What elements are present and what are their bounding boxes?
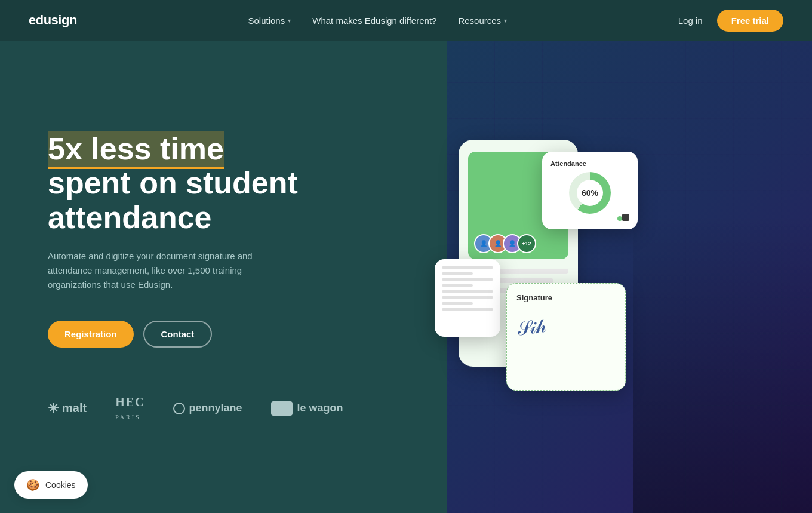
- avatars-group: 👤 👤 👤 +12: [474, 234, 536, 253]
- doc-line-5: [442, 290, 493, 293]
- avatars-more: +12: [517, 234, 536, 253]
- attendance-card: Attendance 60%: [542, 152, 638, 229]
- headline-line1: 5x less time: [48, 131, 224, 169]
- logos-strip: ✳ malt HECPARIS pennylane le wagon: [48, 395, 411, 422]
- attendance-percent: 60%: [582, 188, 598, 198]
- signature-label: Signature: [516, 293, 616, 302]
- malt-asterisk-icon: ✳: [48, 401, 59, 416]
- hero-cards: 👤 👤 👤 +12 Attendance 60%: [411, 128, 662, 426]
- doc-lines: [442, 266, 493, 311]
- doc-line-3: [442, 278, 493, 281]
- attendance-indicator: [622, 214, 629, 221]
- hec-logo: HECPARIS: [115, 395, 144, 422]
- doc-line-7: [442, 302, 473, 305]
- attendance-title: Attendance: [550, 160, 629, 167]
- lewagon-logo: le wagon: [271, 401, 343, 416]
- nav-right: Log in Free trial: [678, 10, 783, 32]
- lewagon-icon: [271, 401, 293, 416]
- chevron-down-icon: ▾: [504, 17, 507, 24]
- hero-section: 5x less time spent on student attendance…: [0, 0, 812, 513]
- doc-line-2: [442, 272, 473, 275]
- attendance-chart: 60%: [569, 172, 611, 214]
- doc-line-1: [442, 266, 493, 269]
- nav-different[interactable]: What makes Edusign different?: [312, 16, 436, 26]
- pennylane-icon: [173, 403, 185, 414]
- chevron-down-icon: ▾: [288, 17, 291, 24]
- login-link[interactable]: Log in: [678, 16, 703, 26]
- cookies-bar[interactable]: 🍪 Cookies: [14, 471, 88, 499]
- attendance-dot: [617, 216, 622, 221]
- hero-headline: 5x less time spent on student attendance: [48, 132, 411, 235]
- cookie-icon: 🍪: [26, 478, 39, 492]
- registration-button[interactable]: Registration: [48, 321, 134, 348]
- contact-button[interactable]: Contact: [143, 321, 213, 348]
- hero-buttons: Registration Contact: [48, 321, 411, 348]
- hero-left: 5x less time spent on student attendance…: [0, 41, 447, 513]
- free-trial-button[interactable]: Free trial: [717, 10, 783, 32]
- nav-solutions[interactable]: Solutions ▾: [248, 16, 291, 26]
- logo[interactable]: edusign: [29, 13, 77, 28]
- doc-line-4: [442, 284, 473, 287]
- navbar: edusign Solutions ▾ What makes Edusign d…: [0, 0, 812, 41]
- nav-resources[interactable]: Resources ▾: [458, 16, 507, 26]
- cookies-label: Cookies: [45, 480, 76, 490]
- pennylane-logo: pennylane: [173, 402, 242, 414]
- doc-line-6: [442, 296, 493, 299]
- headline-line2: spent on student: [48, 165, 298, 200]
- signature-swoosh: 𝒮𝒾𝒽: [515, 305, 617, 340]
- hero-subtext: Automate and digitize your document sign…: [48, 249, 263, 292]
- hero-right: 👤 👤 👤 +12 Attendance 60%: [447, 41, 812, 513]
- document-card: [435, 259, 500, 337]
- headline-line3: attendance: [48, 200, 212, 235]
- nav-center: Solutions ▾ What makes Edusign different…: [248, 16, 508, 26]
- signature-card: Signature 𝒮𝒾𝒽: [506, 283, 626, 391]
- malt-logo: ✳ malt: [48, 401, 87, 416]
- doc-line-8: [442, 308, 493, 311]
